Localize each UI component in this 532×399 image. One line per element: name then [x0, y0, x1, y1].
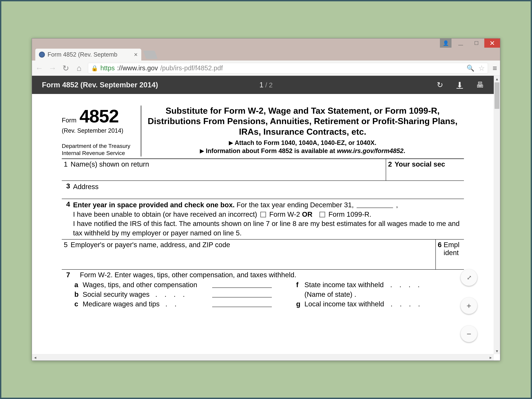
horizontal-scrollbar[interactable]: ◂ ▸ [32, 354, 494, 361]
home-button[interactable]: ⌂ [75, 63, 83, 73]
form-row-4: 4 Enter year in space provided and check… [62, 199, 464, 239]
form-row-1-2: 1Name(s) shown on return 2Your social se… [62, 159, 464, 181]
scroll-up-arrow[interactable]: ▴ [494, 76, 500, 82]
url-input[interactable]: 🔒 https://www.irs.gov/pub/irs-pdf/f4852.… [88, 63, 488, 74]
tab-bar: Form 4852 (Rev. Septemb × [32, 48, 500, 61]
zoom-in-button[interactable]: + [461, 297, 477, 314]
url-path: /pub/irs-pdf/f4852.pdf [160, 64, 223, 72]
form-number: 4852 [80, 105, 119, 127]
pdf-current-page: 1 [259, 81, 263, 89]
field-employer: Employer's or payer's name, address, and… [70, 241, 230, 268]
minimize-button[interactable]: _ [453, 38, 469, 48]
print-icon[interactable]: 🖶 [476, 80, 484, 89]
rotate-icon[interactable]: ↻ [437, 80, 443, 89]
field-ssn: Your social sec [394, 160, 445, 179]
url-host: ://www.irs.gov [117, 64, 158, 72]
field-name: Name(s) shown on return [70, 160, 149, 179]
line-7b: b Social security wages . . . . (Name of… [64, 290, 462, 299]
new-tab-button[interactable] [143, 51, 158, 59]
tab-title: Form 4852 (Rev. Septemb [48, 51, 131, 58]
zoom-icon[interactable]: 🔍 [467, 65, 474, 72]
maximize-button[interactable]: ☐ [469, 38, 484, 48]
browser-window: 👤 _ ☐ ✕ Form 4852 (Rev. Septemb × ← → ↻ … [32, 38, 500, 361]
tab-close-icon[interactable]: × [134, 51, 138, 58]
treasury-dept: Department of the Treasury Internal Reve… [62, 142, 138, 156]
tax-year-input[interactable] [357, 208, 393, 208]
address-bar: ← → ↻ ⌂ 🔒 https://www.irs.gov/pub/irs-pd… [32, 61, 500, 76]
pdf-toolbar: Form 4852 (Rev. September 2014) 1 / 2 ↻ … [32, 76, 494, 94]
pdf-page[interactable]: Form 4852 (Rev. September 2014) Departme… [32, 94, 494, 354]
form-row-5-6: 5Employer's or payer's name, address, an… [62, 239, 464, 270]
form-row-3: 3 Address [62, 181, 464, 199]
pdf-title: Form 4852 (Rev. September 2014) [42, 81, 158, 89]
bookmark-icon[interactable]: ☆ [478, 64, 485, 72]
vertical-scrollbar[interactable]: ▴ ▾ [494, 76, 500, 354]
info-instruction: ▶Information about Form 4852 is availabl… [146, 147, 459, 154]
form-section-7: 7 Form W-2. Enter wages, tips, other com… [62, 270, 464, 310]
field-address: Address [73, 182, 462, 197]
line-7c: c Medicare wages and tips . . g Local in… [64, 299, 462, 309]
scroll-thumb[interactable] [494, 82, 499, 109]
pdf-total-pages: 2 [269, 81, 273, 89]
field-ein: Emplident [443, 241, 459, 268]
forward-button[interactable]: → [48, 63, 57, 73]
scroll-left-arrow[interactable]: ◂ [32, 354, 38, 361]
content-area: Form 4852 (Rev. September 2014) 1 / 2 ↻ … [32, 76, 500, 361]
checkbox-w2[interactable] [260, 212, 266, 217]
back-button[interactable]: ← [35, 63, 44, 73]
input-7c[interactable] [212, 307, 272, 307]
input-7b[interactable] [212, 297, 272, 297]
lock-icon: 🔒 [91, 65, 98, 71]
menu-button[interactable]: ≡ [493, 64, 497, 73]
fit-to-page-button[interactable]: ⤢ [461, 269, 477, 286]
reload-button[interactable]: ↻ [61, 63, 70, 73]
pdf-page-indicator: 1 / 2 [259, 81, 273, 89]
user-profile-button[interactable]: 👤 [440, 38, 451, 48]
download-icon[interactable]: ⬇ [456, 80, 463, 89]
form-revision: (Rev. September 2014) [62, 127, 138, 134]
form-header: Form 4852 (Rev. September 2014) Departme… [62, 105, 464, 159]
form-title: Substitute for Form W-2, Wage and Tax St… [146, 105, 459, 137]
checkbox-1099r[interactable] [319, 212, 325, 217]
input-7a[interactable] [212, 288, 272, 288]
zoom-out-button[interactable]: − [461, 325, 477, 342]
url-scheme: https [100, 64, 115, 72]
line-7a: a Wages, tips, and other compensation f … [64, 280, 462, 289]
favicon [39, 52, 45, 58]
scroll-down-arrow[interactable]: ▾ [494, 348, 500, 354]
browser-tab[interactable]: Form 4852 (Rev. Septemb × [35, 49, 141, 61]
form-word: Form [62, 117, 76, 124]
form-4852: Form 4852 (Rev. September 2014) Departme… [32, 94, 494, 310]
attach-instruction: ▶Attach to Form 1040, 1040A, 1040-EZ, or… [146, 139, 459, 146]
scroll-right-arrow[interactable]: ▸ [488, 354, 494, 361]
window-titlebar: 👤 _ ☐ ✕ [32, 38, 500, 48]
close-button[interactable]: ✕ [484, 38, 500, 48]
